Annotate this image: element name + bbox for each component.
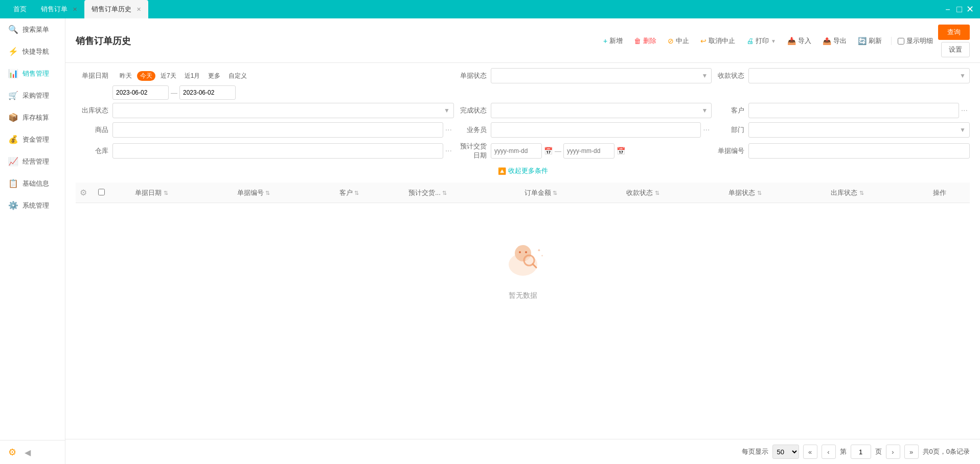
date-btn-7days[interactable]: 近7天	[157, 71, 179, 81]
date-btn-today[interactable]: 今天	[137, 71, 155, 81]
sidebar-item-purchase-mgmt[interactable]: 🛒 采购管理	[0, 84, 65, 106]
select-all-checkbox[interactable]	[98, 189, 105, 195]
sidebar-item-search-menu[interactable]: 🔍 搜索菜单	[0, 18, 65, 40]
col-customer-sort-icon: ⇅	[354, 190, 359, 196]
tab-sales-order-history-close[interactable]: ✕	[136, 6, 141, 13]
top-bar-actions: － □ ✕	[943, 3, 974, 15]
sidebar-item-inventory[interactable]: 📦 库存核算	[0, 106, 65, 128]
table-settings-icon[interactable]: ⚙	[80, 188, 87, 197]
sidebar-item-purchase-mgmt-label: 采购管理	[22, 91, 49, 100]
tab-sales-order-close[interactable]: ✕	[73, 6, 77, 13]
data-table: ⚙ 单据日期 ⇅ 单据编号 ⇅	[76, 183, 970, 331]
total-info: 共0页，0条记录	[923, 447, 970, 456]
set-button[interactable]: 设置	[941, 42, 970, 57]
page-size-select[interactable]: 20 50 100	[772, 445, 799, 459]
col-order-amount[interactable]: 订单金额 ⇅	[520, 183, 623, 203]
sidebar-item-base-info-label: 基础信息	[22, 179, 49, 188]
sidebar-item-base-info[interactable]: 📋 基础信息	[0, 172, 65, 194]
collapse-row[interactable]: 🔼 收起更多条件	[76, 164, 970, 178]
col-delivery-date[interactable]: 预计交货... ⇅	[404, 183, 520, 203]
col-order-no[interactable]: 单据编号 ⇅	[233, 183, 335, 203]
refresh-button[interactable]: 🔄 刷新	[855, 34, 885, 48]
page-number-input[interactable]	[851, 445, 871, 459]
sidebar-item-quick-nav[interactable]: ⚡ 快捷导航	[0, 40, 65, 62]
sidebar-item-sales-mgmt[interactable]: 📊 销售管理	[0, 62, 65, 84]
new-button[interactable]: + 新增	[600, 34, 626, 48]
refresh-icon: 🔄	[858, 37, 867, 45]
date-btn-custom[interactable]: 自定义	[225, 71, 250, 81]
empty-icon: ✦ ✦	[497, 234, 549, 285]
sidebar-bottom-collapse-icon[interactable]: ◀	[25, 448, 31, 457]
warehouse-dots-btn[interactable]: ···	[443, 146, 454, 156]
delivery-end-calendar-icon[interactable]: 📅	[617, 147, 625, 155]
goods-dots-btn[interactable]: ···	[443, 125, 454, 135]
date-start-input[interactable]	[112, 85, 169, 100]
first-page-btn[interactable]: «	[803, 445, 817, 459]
order-status-select[interactable]	[491, 68, 712, 83]
col-date[interactable]: 单据日期 ⇅	[131, 183, 233, 203]
customer-input-wrap	[748, 103, 959, 118]
show-detail-input[interactable]	[898, 38, 904, 45]
sidebar-bottom-settings-icon[interactable]: ⚙	[8, 447, 16, 458]
delivery-end-input[interactable]	[563, 143, 614, 159]
last-page-btn[interactable]: »	[904, 445, 919, 459]
sidebar-item-finance[interactable]: 💰 资金管理	[0, 128, 65, 150]
filter-customer-cell: 客户 ···	[712, 103, 970, 118]
col-outbound-status-label: 出库状态	[831, 189, 857, 196]
import-button[interactable]: 📥 导入	[784, 34, 814, 48]
col-receipt-status[interactable]: 收款状态 ⇅	[622, 183, 724, 203]
export-button[interactable]: 📤 导出	[819, 34, 850, 48]
col-order-status-sort-icon: ⇅	[757, 190, 762, 196]
sidebar-item-sales-mgmt-label: 销售管理	[22, 69, 49, 78]
show-detail-checkbox[interactable]: 显示明细	[898, 36, 933, 46]
query-button[interactable]: 查询	[938, 25, 970, 40]
customer-dots-btn[interactable]: ···	[959, 106, 970, 115]
date-btn-yesterday[interactable]: 昨天	[117, 71, 135, 81]
col-customer[interactable]: 客户 ⇅	[335, 183, 404, 203]
top-bar: 首页 销售订单 ✕ 销售订单历史 ✕ － □ ✕	[0, 0, 980, 18]
outbound-status-label: 出库状态	[76, 106, 112, 115]
filter-dept-cell: 部门 ▼	[712, 122, 970, 138]
delivery-start-input[interactable]	[491, 143, 542, 159]
customer-input[interactable]	[748, 103, 959, 118]
tab-sales-order[interactable]: 销售订单 ✕	[34, 0, 84, 18]
svg-text:✦: ✦	[541, 254, 543, 257]
date-end-input[interactable]	[179, 85, 236, 100]
salesperson-dots-btn[interactable]: ···	[701, 125, 712, 135]
date-btn-more[interactable]: 更多	[205, 71, 223, 81]
cancel-stop-button[interactable]: ↩ 取消中止	[697, 34, 738, 48]
stop-button[interactable]: ⊘ 中止	[665, 34, 692, 48]
completion-status-select[interactable]	[491, 103, 712, 118]
tab-home[interactable]: 首页	[6, 0, 34, 18]
sidebar-item-operation[interactable]: 📈 经营管理	[0, 150, 65, 172]
tab-sales-order-history[interactable]: 销售订单历史 ✕	[84, 0, 148, 18]
top-bar-maximize[interactable]: □	[956, 4, 962, 15]
dept-select[interactable]	[748, 122, 970, 138]
print-button[interactable]: 🖨 打印 ▼	[743, 34, 779, 48]
receipt-status-select[interactable]	[748, 68, 970, 83]
next-page-btn[interactable]: ›	[886, 445, 900, 459]
top-bar-close[interactable]: ✕	[966, 4, 974, 15]
receipt-status-select-wrap: ▼	[748, 68, 970, 83]
prev-page-btn[interactable]: ‹	[822, 445, 836, 459]
sidebar-item-operation-label: 经营管理	[22, 157, 49, 166]
sidebar-item-system[interactable]: ⚙️ 系统管理	[0, 194, 65, 216]
date-quick-btns: 昨天 今天 近7天 近1月 更多 自定义	[117, 71, 250, 81]
delivery-start-calendar-icon[interactable]: 📅	[544, 147, 553, 155]
col-date-label: 单据日期	[135, 189, 162, 196]
dept-label: 部门	[712, 125, 748, 135]
outbound-status-select[interactable]	[112, 103, 454, 118]
goods-input[interactable]	[112, 122, 443, 138]
filter-date-sub-row: —	[76, 85, 970, 100]
order-no-input[interactable]	[748, 143, 970, 159]
salesperson-input[interactable]	[491, 122, 701, 138]
table-container: ⚙ 单据日期 ⇅ 单据编号 ⇅	[65, 183, 980, 439]
date-btn-1month[interactable]: 近1月	[181, 71, 203, 81]
page-label-2: 页	[875, 447, 882, 456]
col-outbound-status[interactable]: 出库状态 ⇅	[827, 183, 929, 203]
col-operation-label: 操作	[933, 189, 946, 196]
delete-button[interactable]: 🗑 删除	[631, 34, 659, 48]
col-order-status[interactable]: 单据状态 ⇅	[724, 183, 827, 203]
warehouse-input[interactable]	[112, 143, 443, 159]
top-bar-minimize[interactable]: －	[943, 3, 952, 15]
